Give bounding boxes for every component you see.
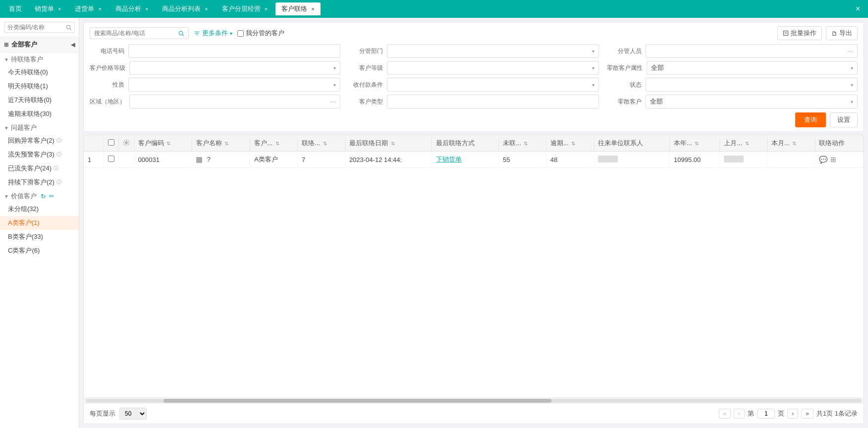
svg-line-3: [182, 34, 184, 36]
horizontal-scrollbar[interactable]: [84, 397, 864, 403]
scrollbar-track[interactable]: [86, 399, 862, 403]
sidebar-collapse-icon[interactable]: ◀: [71, 42, 75, 48]
nav-tab-analysis-list[interactable]: 商品分析列表 ×: [156, 2, 214, 15]
filter-retail-select[interactable]: 全部▾: [646, 95, 858, 108]
filter-nature-select[interactable]: ▾: [128, 78, 340, 92]
filter-top-row: 更多条件 ▾ 我分管的客户 批量操作 导出: [90, 26, 858, 40]
close-analysis-list-tab[interactable]: ×: [205, 6, 208, 12]
filter-dept-select[interactable]: ▾: [387, 44, 599, 58]
sidebar-search-input[interactable]: [7, 24, 64, 31]
prev-page-btn[interactable]: ‹: [734, 409, 745, 419]
cell-name: ？: [192, 152, 250, 168]
gear-icon[interactable]: [123, 139, 130, 146]
nav-tab-purchase[interactable]: 进货单 ×: [69, 2, 107, 15]
nav-home[interactable]: 首页: [4, 2, 27, 15]
filter-person-select[interactable]: ···: [646, 44, 858, 58]
filter-icon: [194, 30, 200, 37]
page-input[interactable]: [757, 409, 775, 419]
select-all-checkbox[interactable]: [108, 139, 114, 146]
sidebar-item-ungrouped[interactable]: 未分组(32): [0, 202, 79, 216]
batch-operations-btn[interactable]: 批量操作: [777, 26, 822, 40]
sidebar-item-repurchase-abnormal[interactable]: 回购异常客户(2) ⓘ: [0, 134, 79, 148]
filter-status-select[interactable]: ▾: [646, 78, 858, 92]
next-page-btn[interactable]: ›: [787, 409, 798, 419]
close-sales-tab[interactable]: ×: [58, 6, 61, 12]
close-analysis-tab[interactable]: ×: [145, 6, 148, 12]
qr-icon[interactable]: ⊞: [830, 156, 836, 163]
table-empty-space: [84, 168, 864, 397]
sidebar-item-lost[interactable]: 已流失客户(24) ⓘ: [0, 161, 79, 175]
filter-nature: 性质 ▾: [90, 78, 340, 92]
export-btn[interactable]: 导出: [826, 26, 858, 40]
window-close-button[interactable]: ×: [852, 3, 864, 14]
all-customers-header[interactable]: ⊞ 全部客户 ◀: [0, 37, 79, 53]
filter-row-4: 区域（地区） ··· 客户类型 零散客户 全部▾: [90, 95, 858, 108]
sort-icon-no-contact[interactable]: ⇅: [524, 141, 528, 146]
sidebar-item-a-class[interactable]: A类客户(1): [0, 216, 79, 230]
row-checkbox[interactable]: [108, 156, 114, 162]
page-label: 第: [748, 409, 754, 418]
filter-row-2: 客户价格等级 ▾ 客户等级 ▾ 零散客户属性 全部▾: [90, 61, 858, 75]
col-checkbox-header[interactable]: [104, 135, 118, 152]
info-icon-1: ⓘ: [56, 137, 61, 144]
col-gear-header[interactable]: [118, 135, 134, 152]
refresh-icon[interactable]: ↻: [41, 193, 46, 200]
filter-customer-type-input[interactable]: [387, 95, 599, 108]
more-conditions-btn[interactable]: 更多条件 ▾: [194, 29, 232, 38]
sidebar-item-week-contact[interactable]: 近7天待联络(0): [0, 93, 79, 107]
sidebar-item-overdue-contact[interactable]: 逾期未联络(30): [0, 107, 79, 121]
filter-price-grade-select[interactable]: ▾: [129, 61, 340, 75]
comment-icon[interactable]: 💬: [819, 156, 827, 163]
filter-region-select[interactable]: ···: [129, 95, 340, 108]
filter-payment-select[interactable]: ▾: [387, 78, 599, 92]
sidebar-search-box[interactable]: [4, 22, 75, 33]
sort-icon-code[interactable]: ⇅: [166, 141, 170, 146]
close-purchase-tab[interactable]: ×: [98, 6, 101, 12]
filter-customer-grade-select[interactable]: ▾: [387, 61, 599, 75]
close-customer-seg-tab[interactable]: ×: [265, 6, 268, 12]
filter-search-input[interactable]: [94, 30, 175, 37]
info-icon-4: ⓘ: [56, 179, 61, 186]
sidebar-item-declining[interactable]: 持续下滑客户(2) ⓘ: [0, 175, 79, 189]
last-page-btn[interactable]: »: [801, 409, 814, 419]
sidebar-item-b-class[interactable]: B类客户(33): [0, 230, 79, 244]
close-customer-contact-tab[interactable]: ×: [311, 6, 314, 12]
sort-icon-overdue[interactable]: ⇅: [571, 141, 575, 146]
nav-tab-customer-seg[interactable]: 客户分层经营 ×: [216, 2, 273, 15]
first-page-btn[interactable]: «: [719, 409, 731, 419]
filter-customer-grade: 客户等级 ▾: [348, 61, 599, 75]
cell-index: 1: [84, 152, 104, 168]
nav-tab-customer-contact[interactable]: 客户联络 ×: [275, 2, 320, 15]
filter-search-box[interactable]: [90, 27, 189, 39]
content-area: 更多条件 ▾ 我分管的客户 批量操作 导出: [79, 18, 868, 428]
info-icon-3: ⓘ: [54, 165, 58, 172]
sidebar-item-c-class[interactable]: C类客户(6): [0, 244, 79, 258]
table-row: 1 000031 ？ A类客户 7: [84, 152, 864, 168]
sort-icon-this-year[interactable]: ⇅: [695, 141, 699, 146]
filter-phone-input[interactable]: [128, 44, 340, 58]
sort-icon-last-date[interactable]: ⇅: [391, 141, 395, 146]
sort-icon-category[interactable]: ⇅: [275, 141, 279, 146]
settings-button[interactable]: 设置: [830, 112, 858, 127]
sidebar-item-today-contact[interactable]: 今天待联络(0): [0, 65, 79, 79]
page-size-select[interactable]: 50 10 20 100: [119, 408, 147, 420]
edit-group-icon[interactable]: ✏: [49, 193, 54, 200]
nav-tab-analysis[interactable]: 商品分析 ×: [109, 2, 154, 15]
sidebar-item-tomorrow-contact[interactable]: 明天待联络(1): [0, 79, 79, 93]
nav-tab-sales[interactable]: 销货单 ×: [29, 2, 67, 15]
cell-checkbox[interactable]: [104, 152, 118, 168]
sort-icon-contact[interactable]: ⇅: [323, 141, 327, 146]
total-records-label: 共1页 1条记录: [816, 409, 858, 418]
unit-contact-placeholder: [598, 156, 618, 162]
sidebar-item-loss-warning[interactable]: 流失预警客户(3) ⓘ: [0, 148, 79, 161]
filter-retail-attr-select[interactable]: 全部▾: [647, 61, 858, 75]
query-button[interactable]: 查询: [795, 112, 826, 127]
sort-icon-last-month[interactable]: ⇅: [745, 141, 749, 146]
cell-last-method[interactable]: 下销货单: [432, 152, 498, 168]
sort-icon-name[interactable]: ⇅: [224, 141, 228, 146]
info-icon-2: ⓘ: [56, 151, 61, 158]
col-action-header: 联络动作: [814, 135, 863, 152]
sort-icon-this-month[interactable]: ⇅: [792, 141, 796, 146]
scrollbar-thumb[interactable]: [163, 399, 551, 403]
my-customers-checkbox[interactable]: [237, 30, 244, 37]
